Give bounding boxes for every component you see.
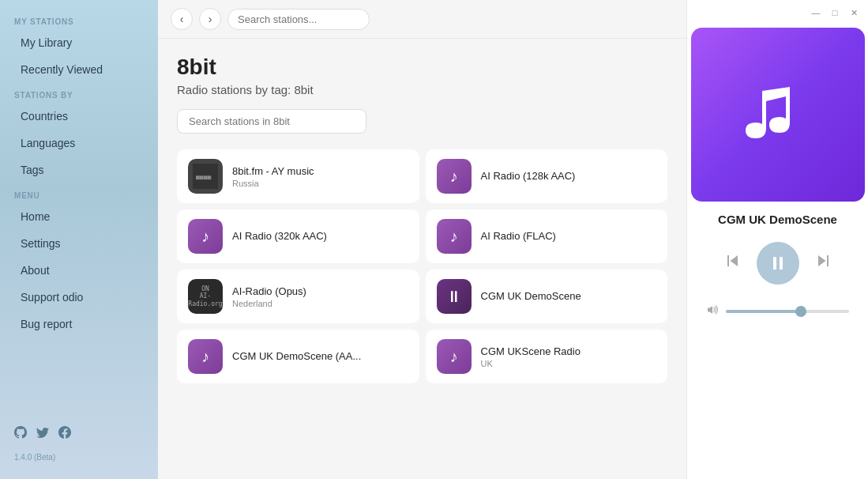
station-sub: Nederland bbox=[232, 299, 408, 308]
music-note-icon bbox=[742, 79, 814, 150]
menu-section-label: MENU bbox=[0, 183, 158, 203]
station-name: AI Radio (FLAC) bbox=[481, 230, 657, 242]
tag-content: 8bit Radio stations by tag: 8bit ■■■■ 8b… bbox=[158, 39, 686, 479]
tag-search-input[interactable] bbox=[177, 109, 366, 134]
global-search-input[interactable] bbox=[227, 9, 370, 30]
page-subtitle: Radio stations by tag: 8bit bbox=[177, 83, 667, 96]
station-name: AI-Radio (Opus) bbox=[232, 285, 408, 297]
station-icon-cgm-uk: ♪ bbox=[437, 339, 472, 374]
sidebar-item-countries[interactable]: Countries bbox=[6, 104, 152, 129]
station-info-ai-flac: AI Radio (FLAC) bbox=[481, 230, 657, 243]
station-info-ai-opus: AI-Radio (Opus) Nederland bbox=[232, 285, 408, 308]
svg-text:■■■■: ■■■■ bbox=[196, 174, 211, 181]
window-controls: — □ ✕ bbox=[810, 6, 860, 19]
station-icon-cgm-demo: ⏸ bbox=[437, 279, 472, 314]
back-button[interactable]: ‹ bbox=[171, 8, 193, 30]
station-info-cgm-demo: CGM UK DemoScene bbox=[481, 290, 657, 304]
station-name: CGM UK DemoScene (AA... bbox=[232, 350, 408, 362]
volume-control bbox=[707, 304, 849, 319]
svg-rect-2 bbox=[773, 257, 776, 270]
station-card-8bit-ay[interactable]: ■■■■ 8bit.fm - AY music Russia bbox=[177, 149, 419, 203]
station-icon-cgm-aa: ♪ bbox=[188, 339, 223, 374]
sidebar-item-bug-report[interactable]: Bug report bbox=[6, 311, 152, 337]
sidebar-item-support-odio[interactable]: Support odio bbox=[6, 285, 152, 310]
social-links bbox=[0, 418, 158, 450]
github-icon[interactable] bbox=[14, 426, 27, 442]
station-icon-ai-320k: ♪ bbox=[188, 219, 223, 254]
album-art bbox=[691, 28, 865, 202]
station-card-ai-128k[interactable]: ♪ AI Radio (128k AAC) bbox=[426, 149, 668, 203]
app-version: 1.4.0 (Beta) bbox=[0, 450, 158, 470]
prev-track-button[interactable] bbox=[723, 252, 741, 274]
sidebar: MY STATIONS My Library Recently Viewed S… bbox=[0, 0, 158, 479]
main-content-area: ‹ › 8bit Radio stations by tag: 8bit ■■■… bbox=[158, 0, 686, 479]
sidebar-item-my-library[interactable]: My Library bbox=[6, 30, 152, 55]
twitter-icon[interactable] bbox=[36, 426, 49, 442]
stations-by-section-label: STATIONS BY bbox=[0, 83, 158, 103]
sidebar-item-about[interactable]: About bbox=[6, 258, 152, 283]
player-controls bbox=[723, 242, 832, 285]
page-title: 8bit bbox=[177, 55, 667, 80]
volume-thumb[interactable] bbox=[795, 306, 806, 317]
station-card-ai-opus[interactable]: ONAI-Radio.org AI-Radio (Opus) Nederland bbox=[177, 270, 419, 323]
station-grid: ■■■■ 8bit.fm - AY music Russia ♪ AI Radi… bbox=[177, 149, 667, 383]
now-playing-panel: — □ ✕ CGM UK DemoScene bbox=[686, 0, 868, 479]
forward-button[interactable]: › bbox=[199, 8, 221, 30]
facebook-icon[interactable] bbox=[58, 426, 71, 442]
station-sub: Russia bbox=[232, 179, 408, 188]
station-name: 8bit.fm - AY music bbox=[232, 165, 408, 177]
station-icon-ai-opus: ONAI-Radio.org bbox=[188, 279, 223, 314]
station-card-cgm-aa[interactable]: ♪ CGM UK DemoScene (AA... bbox=[177, 330, 419, 383]
station-name: AI Radio (128k AAC) bbox=[481, 170, 657, 182]
station-card-cgm-demo[interactable]: ⏸ CGM UK DemoScene bbox=[426, 270, 668, 323]
station-info-cgm-uk: CGM UKScene Radio UK bbox=[481, 345, 657, 368]
station-info-ai-320k: AI Radio (320k AAC) bbox=[232, 230, 408, 243]
station-icon-ai-128k: ♪ bbox=[437, 159, 472, 194]
sidebar-item-recently-viewed[interactable]: Recently Viewed bbox=[6, 57, 152, 82]
maximize-button[interactable]: □ bbox=[829, 6, 841, 19]
track-title: CGM UK DemoScene bbox=[708, 213, 847, 226]
station-info-cgm-aa: CGM UK DemoScene (AA... bbox=[232, 350, 408, 364]
station-icon-8bit-ay: ■■■■ bbox=[188, 159, 223, 194]
topbar: ‹ › bbox=[158, 0, 686, 39]
play-pause-button[interactable] bbox=[757, 242, 799, 285]
station-card-ai-320k[interactable]: ♪ AI Radio (320k AAC) bbox=[177, 209, 419, 263]
station-info-8bit-ay: 8bit.fm - AY music Russia bbox=[232, 165, 408, 188]
station-name: CGM UK DemoScene bbox=[481, 290, 657, 302]
minimize-button[interactable]: — bbox=[810, 6, 822, 19]
close-button[interactable]: ✕ bbox=[847, 6, 860, 19]
sidebar-item-languages[interactable]: Languages bbox=[6, 130, 152, 156]
sidebar-item-settings[interactable]: Settings bbox=[6, 231, 152, 256]
station-name: CGM UKScene Radio bbox=[481, 345, 657, 357]
volume-slider[interactable] bbox=[726, 310, 849, 313]
station-card-ai-flac[interactable]: ♪ AI Radio (FLAC) bbox=[426, 209, 668, 263]
station-sub: UK bbox=[481, 359, 657, 368]
sidebar-item-home[interactable]: Home bbox=[6, 204, 152, 229]
station-card-cgm-uk[interactable]: ♪ CGM UKScene Radio UK bbox=[426, 330, 668, 383]
my-stations-section-label: MY STATIONS bbox=[0, 9, 158, 29]
station-info-ai-128k: AI Radio (128k AAC) bbox=[481, 170, 657, 183]
next-track-button[interactable] bbox=[815, 252, 832, 274]
station-icon-ai-flac: ♪ bbox=[437, 219, 472, 254]
sidebar-item-tags[interactable]: Tags bbox=[6, 157, 152, 183]
svg-rect-3 bbox=[780, 257, 783, 270]
station-name: AI Radio (320k AAC) bbox=[232, 230, 408, 242]
volume-icon bbox=[707, 304, 720, 319]
